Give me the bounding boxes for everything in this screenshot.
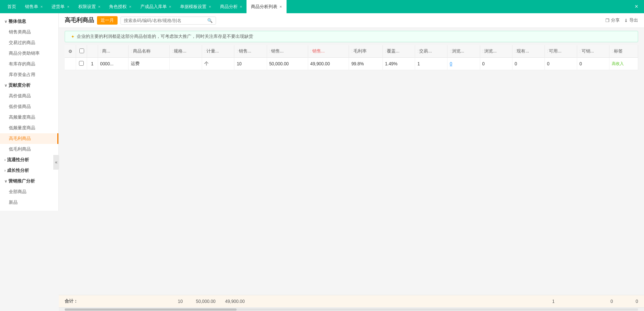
export-btn[interactable]: ⇓ 导出 xyxy=(624,17,638,23)
footer-total: 合计： 10 50,000.00 49,900.00 1 0 0 xyxy=(59,295,644,307)
row-sellable: 0 xyxy=(577,58,609,70)
bottom-scrollbar[interactable] xyxy=(59,307,644,311)
main-layout: ∨ 整体信息 销售类商品 交易过的商品 商品分类助销率 有库存的商品 库存资金占… xyxy=(0,13,644,311)
sidebar: ∨ 整体信息 销售类商品 交易过的商品 商品分类助销率 有库存的商品 库存资金占… xyxy=(0,13,59,211)
col-trades[interactable]: 交易... xyxy=(415,45,447,58)
col-gross-rate[interactable]: 毛利率 xyxy=(349,45,383,58)
sidebar-item-high-value[interactable]: 高价值商品 xyxy=(0,91,58,101)
col-checkbox xyxy=(76,45,87,58)
row-sales1: 10 xyxy=(234,58,267,70)
col-current[interactable]: 现有... xyxy=(512,45,544,58)
sidebar-section-overall[interactable]: ∨ 整体信息 xyxy=(0,16,58,27)
row-browse2: 0 xyxy=(480,58,512,70)
filter-recent-month-btn[interactable]: 近一月 xyxy=(97,16,118,25)
row-name: 运费 xyxy=(129,58,170,70)
content-area: 高毛利商品 近一月 🔍 ❐ 分享 ⇓ 导出 ✦ 企业的主要的利润都是这部分商品创… xyxy=(59,13,644,311)
close-goods-analysis-tab[interactable]: × xyxy=(240,4,242,9)
sidebar-section-contribution[interactable]: ∨ 贡献度分析 xyxy=(0,80,58,91)
row-checkbox xyxy=(76,58,87,70)
sidebar-section-marketing[interactable]: ∨ 营销推广分析 xyxy=(0,176,58,187)
nav-item-roles[interactable]: 角色授权 × xyxy=(105,0,136,13)
footer-available: 0 xyxy=(636,299,638,304)
col-browse1[interactable]: 浏览... xyxy=(447,45,480,58)
row-code: 0000... xyxy=(98,58,129,70)
nav-item-product-in[interactable]: 产成品入库单 × xyxy=(136,0,176,13)
sidebar-item-traded-goods[interactable]: 交易过的商品 xyxy=(0,37,58,48)
footer-label: 合计： xyxy=(65,298,78,304)
close-goods-list-tab[interactable]: × xyxy=(280,4,282,9)
close-product-in-tab[interactable]: × xyxy=(169,4,171,9)
nav-item-sales[interactable]: 销售单 × xyxy=(21,0,47,13)
close-template-tab[interactable]: × xyxy=(209,4,211,9)
nav-item-goods-list[interactable]: 商品分析列表 × xyxy=(247,0,286,13)
close-roles-tab[interactable]: × xyxy=(129,4,131,9)
footer-trades: 1 xyxy=(552,299,555,304)
sidebar-item-stock-capital[interactable]: 库存资金占用 xyxy=(0,69,58,80)
scroll-track xyxy=(65,308,638,311)
close-purchase-tab[interactable]: × xyxy=(67,4,69,9)
arrow-right-icon: › xyxy=(4,158,6,162)
nav-item-template[interactable]: 单据模板设置 × xyxy=(176,0,215,13)
col-num xyxy=(87,45,98,58)
select-all-checkbox[interactable] xyxy=(79,48,84,53)
sidebar-item-category-rate[interactable]: 商品分类助销率 xyxy=(0,48,58,59)
sidebar-section-liquidity[interactable]: › 流通性分析 xyxy=(0,155,58,165)
nav-item-purchase[interactable]: 进货单 × xyxy=(47,0,73,13)
sidebar-item-sales-goods[interactable]: 销售类商品 xyxy=(0,27,58,37)
col-name[interactable]: 商品名称 xyxy=(129,45,170,58)
row-browse1[interactable]: 0 xyxy=(447,58,480,70)
sidebar-item-in-stock[interactable]: 有库存的商品 xyxy=(0,59,58,69)
col-code[interactable]: 商... xyxy=(98,45,129,58)
nav-item-home[interactable]: 首页 xyxy=(3,0,21,13)
arrow-down-icon: ∨ xyxy=(4,19,7,23)
nav-item-goods-analysis[interactable]: 商品分析 × xyxy=(216,0,247,13)
col-sales1[interactable]: 销售... xyxy=(234,45,267,58)
col-settings[interactable]: ⚙ xyxy=(65,45,76,58)
sidebar-section-growth[interactable]: › 成长性分析 xyxy=(0,165,58,176)
nav-item-permissions[interactable]: 权限设置 × xyxy=(74,0,105,13)
table-header-row: ⚙ 商... 商品名称 规格... 计量... 销售... 销售... 销售..… xyxy=(65,45,638,58)
sidebar-item-low-margin[interactable]: 低毛利商品 xyxy=(0,144,58,155)
share-icon: ❐ xyxy=(605,18,609,23)
col-sales3[interactable]: 销售... xyxy=(308,45,349,58)
sidebar-item-low-value[interactable]: 低价值商品 xyxy=(0,101,58,112)
sidebar-collapse-btn[interactable]: « xyxy=(53,155,59,170)
row-unit: 个 xyxy=(202,58,234,70)
col-available[interactable]: 可用... xyxy=(545,45,577,58)
row-trades: 1 xyxy=(415,58,447,70)
row-coverage: 1.49% xyxy=(382,58,415,70)
search-icon[interactable]: 🔍 xyxy=(207,18,213,23)
row-available: 0 xyxy=(545,58,577,70)
scroll-thumb[interactable] xyxy=(65,308,237,311)
sidebar-item-all-goods[interactable]: 全部商品 xyxy=(0,187,58,197)
row-current: 0 xyxy=(512,58,544,70)
share-btn[interactable]: ❐ 分享 xyxy=(605,17,620,23)
notice-text: 企业的主要的利润都是这部分商品创造的，可考虑加大推广，同时关注库存是不要出现缺货 xyxy=(77,33,253,40)
close-permissions-tab[interactable]: × xyxy=(98,4,100,9)
col-unit[interactable]: 计量... xyxy=(202,45,234,58)
data-table: ⚙ 商... 商品名称 规格... 计量... 销售... 销售... 销售..… xyxy=(65,45,638,70)
row-sales3: 49,900.00 xyxy=(308,58,349,70)
row-gross-rate: 99.8% xyxy=(349,58,383,70)
col-sellable[interactable]: 可销... xyxy=(577,45,609,58)
col-coverage[interactable]: 覆盖... xyxy=(382,45,415,58)
row-select-checkbox[interactable] xyxy=(79,61,84,66)
footer-sales2: 50,000.00 xyxy=(196,299,215,304)
footer-sales1: 10 xyxy=(178,299,183,304)
close-sales-tab[interactable]: × xyxy=(40,4,43,9)
search-input[interactable] xyxy=(124,18,206,23)
col-tag[interactable]: 标签 xyxy=(609,45,638,58)
row-num: 1 xyxy=(87,58,98,70)
sidebar-item-new-goods[interactable]: 新品 xyxy=(0,197,58,208)
close-window-btn[interactable]: × xyxy=(632,3,641,10)
col-browse2[interactable]: 浏览... xyxy=(480,45,512,58)
search-box: 🔍 xyxy=(120,17,216,25)
table-row: 1 0000... 运费 个 10 50,000.00 49,900.00 99… xyxy=(65,58,638,70)
sidebar-item-high-margin[interactable]: 高毛利商品 xyxy=(0,133,58,144)
sidebar-item-low-freq[interactable]: 低频量度商品 xyxy=(0,123,58,133)
col-spec[interactable]: 规格... xyxy=(170,45,202,58)
col-sales2[interactable]: 销售... xyxy=(267,45,308,58)
row-settings xyxy=(65,58,76,70)
sidebar-item-high-freq[interactable]: 高频量度商品 xyxy=(0,112,58,123)
row-tag: 高收入 xyxy=(609,58,638,70)
